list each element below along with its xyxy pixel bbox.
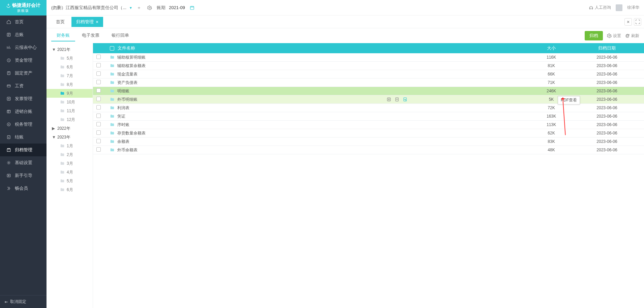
row-checkbox[interactable] (96, 71, 101, 76)
close-icon[interactable]: × (96, 19, 98, 25)
tree-month[interactable]: 5月 (47, 177, 93, 185)
tab-label: 归档管理 (76, 19, 94, 25)
tree-month[interactable]: 4月 (47, 168, 93, 177)
table-row[interactable]: 存货数量余额表62K2023-06-06 (93, 129, 644, 137)
settings-button[interactable]: 设置 (607, 33, 621, 39)
folder-icon (110, 97, 115, 102)
row-checkbox[interactable] (96, 114, 101, 118)
chevron-down-icon[interactable]: ▾ (130, 5, 132, 10)
row-checkbox[interactable] (96, 105, 101, 110)
avatar[interactable] (616, 4, 622, 11)
nav-item-5[interactable]: 工资 (0, 80, 47, 92)
refresh-button[interactable]: 刷新 (625, 33, 639, 39)
tree-year[interactable]: ▼2023年 (47, 133, 93, 142)
tree-month[interactable]: 11月 (47, 106, 93, 115)
row-checkbox[interactable] (96, 122, 101, 126)
calendar-icon[interactable] (188, 4, 196, 11)
fullscreen-button[interactable]: ⛶ (634, 18, 641, 26)
select-all-checkbox[interactable] (110, 46, 114, 51)
table-row[interactable]: 序时账113K2023-06-06 (93, 121, 644, 129)
tree-month[interactable]: 5月 (47, 54, 93, 63)
view-pdf-icon[interactable] (402, 96, 408, 102)
sub-tab-0[interactable]: 财务账 (51, 30, 75, 41)
nav-item-6[interactable]: 发票管理 (0, 92, 47, 105)
tree-month[interactable]: 3月 (47, 159, 93, 168)
settings-label: 设置 (613, 33, 621, 39)
folder-icon (60, 56, 65, 61)
table-row[interactable]: 资产负债表71K2023-06-06 (93, 79, 644, 87)
table-row[interactable]: 利润表72K2023-06-06 (93, 104, 644, 112)
refresh-label: 刷新 (631, 33, 639, 39)
tree-month[interactable]: 6月 (47, 185, 93, 194)
tree-month[interactable]: 1月 (47, 142, 93, 150)
svg-point-12 (609, 35, 610, 36)
row-checkbox[interactable] (96, 55, 101, 59)
tree-month[interactable]: 9月 (47, 89, 93, 98)
nav-item-2[interactable]: 云报表中心 (0, 41, 47, 54)
nav-item-12[interactable]: 新手引导 (0, 169, 47, 182)
brand-logo-icon (6, 3, 11, 8)
nav-item-0[interactable]: 首页 (0, 16, 47, 28)
folder-icon (60, 170, 65, 175)
brand-name: 畅捷通好会计 (12, 2, 40, 8)
tab-0[interactable]: 首页 (51, 17, 69, 27)
nav-item-10[interactable]: 归档管理 (0, 144, 47, 156)
nav-item-4[interactable]: 固定资产 (0, 67, 47, 80)
unpin-button[interactable]: ⇤ 取消固定 (0, 295, 47, 308)
nav-item-13[interactable]: 畅会员 (0, 182, 47, 195)
row-checkbox[interactable] (96, 63, 101, 67)
add-icon[interactable]: ＋ (135, 4, 143, 11)
nav-item-3[interactable]: 资金管理 (0, 54, 47, 67)
user-name[interactable]: 徐泽华 (627, 5, 639, 10)
nav-item-1[interactable]: 总账 (0, 28, 47, 41)
tree-year[interactable]: ▶2022年 (47, 124, 93, 133)
close-tab-button[interactable]: × (624, 18, 632, 26)
tree-month[interactable]: 2月 (47, 150, 93, 159)
tab-1[interactable]: 归档管理× (71, 17, 103, 27)
row-checkbox[interactable] (96, 130, 101, 135)
caret-icon: ▶ (52, 126, 55, 131)
sub-tab-1[interactable]: 电子发票 (76, 30, 105, 41)
download-excel-icon[interactable] (386, 96, 392, 102)
nav-icon (6, 173, 11, 178)
nav-label: 基础设置 (15, 160, 32, 166)
sub-tab-2[interactable]: 银行回单 (106, 30, 134, 41)
tree-year[interactable]: ▼2021年 (47, 45, 93, 54)
row-checkbox[interactable] (96, 147, 101, 152)
nav-item-7[interactable]: 进销台账 (0, 105, 47, 118)
nav-icon (6, 109, 11, 114)
folder-icon (110, 105, 115, 110)
download-pdf-icon[interactable] (394, 96, 400, 102)
period-value[interactable]: 2021-09 (169, 5, 185, 10)
tree-month[interactable]: 12月 (47, 115, 93, 124)
tree-month[interactable]: 6月 (47, 63, 93, 71)
table-row[interactable]: 明细账246K2023-06-06 (93, 87, 644, 95)
file-name: 利润表 (117, 105, 129, 111)
row-checkbox[interactable] (96, 139, 101, 143)
table-row[interactable]: 辅助核算明细账116K2023-06-06 (93, 53, 644, 62)
folder-icon (110, 148, 115, 152)
consult-button[interactable]: 人工咨询 (589, 5, 611, 10)
row-checkbox[interactable] (96, 88, 101, 93)
svg-point-8 (8, 162, 9, 163)
row-checkbox[interactable] (96, 97, 101, 101)
nav-label: 结账 (15, 134, 24, 140)
archive-button[interactable]: 归档 (585, 31, 603, 40)
tree-month[interactable]: 10月 (47, 98, 93, 106)
nav-item-8[interactable]: 税务管理 (0, 118, 47, 131)
archive-date: 2023-06-06 (573, 105, 641, 110)
table-row[interactable]: 现金流量表66K2023-06-06 (93, 70, 644, 79)
table-row[interactable]: 外币余额表48K2023-06-06 (93, 146, 644, 154)
nav-label: 税务管理 (15, 121, 32, 127)
table-row[interactable]: 辅助核算余额表81K2023-06-06 (93, 62, 644, 70)
gear-icon[interactable] (146, 4, 153, 11)
tree-month[interactable]: 8月 (47, 80, 93, 89)
org-selector[interactable]: (勿删）江西服宝精品有限责任公司（... (51, 5, 126, 11)
tree-month[interactable]: 7月 (47, 71, 93, 80)
table-row[interactable]: 凭证163K2023-06-06 (93, 112, 644, 121)
row-checkbox[interactable] (96, 80, 101, 84)
table-row[interactable]: 余额表83K2023-06-06 (93, 137, 644, 146)
nav-item-11[interactable]: 基础设置 (0, 156, 47, 169)
file-size: 5K (529, 97, 573, 102)
nav-item-9[interactable]: 结账 (0, 131, 47, 144)
